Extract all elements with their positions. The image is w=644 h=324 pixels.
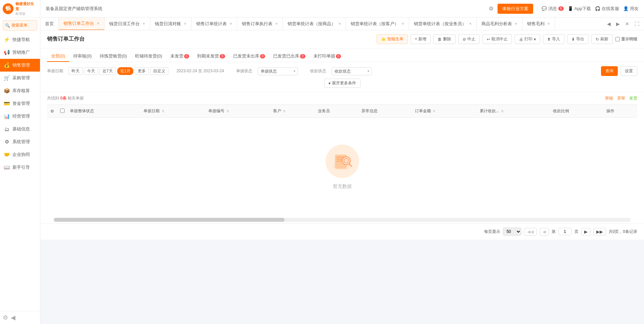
- sidebar-item-basic[interactable]: 🗂 基础信息: [0, 123, 40, 135]
- date-7days-btn[interactable]: 近7天: [99, 67, 116, 75]
- sub-tab-pending-inspect[interactable]: 待拣货验货(0): [96, 51, 131, 62]
- import-btn[interactable]: ⬆ 导入: [543, 34, 564, 44]
- sub-tab-shipped-out[interactable]: 已发货已出库0: [269, 51, 309, 62]
- sidebar-item-operations[interactable]: 📊 经营管理: [0, 110, 40, 123]
- pagination-first-btn[interactable]: ◀◀: [524, 228, 537, 236]
- tab-gross-profit[interactable]: 商品毛利分析表 ✕: [477, 17, 522, 30]
- date-yesterday-btn[interactable]: 昨天: [69, 67, 83, 75]
- sidebar-item-quick-nav[interactable]: ⚡ 快捷导航: [0, 33, 40, 46]
- industry-btn[interactable]: 体验行业方案: [498, 4, 533, 14]
- print-btn[interactable]: 🖨 打印 ▾: [515, 34, 540, 44]
- tab-cash-daily[interactable]: 钱货日清工作台 ✕: [104, 17, 150, 30]
- tab-scroll-right[interactable]: ▶: [614, 20, 622, 28]
- payment-select[interactable]: 收款状态: [332, 67, 372, 75]
- settings-gear-icon[interactable]: ⚙: [489, 5, 493, 12]
- cancel-stop-btn[interactable]: ↩ 取消中止: [482, 34, 512, 44]
- sidebar-item-purchase[interactable]: 🛒 采购管理: [0, 72, 40, 84]
- page-number-input[interactable]: [558, 228, 572, 235]
- tab-sales-single-product[interactable]: 销货单统计表（按商品） ✕: [283, 17, 346, 30]
- sidebar-item-marketing[interactable]: 📢 营销推广: [0, 46, 40, 59]
- stop-btn[interactable]: ⊘ 中止: [458, 34, 480, 44]
- sub-tab-not-shipped[interactable]: 未发货0: [166, 51, 194, 62]
- ship-action-btn[interactable]: 发货: [629, 95, 637, 101]
- col-gear-icon[interactable]: ⚙: [50, 109, 54, 114]
- tab-close-single-staff[interactable]: ✕: [469, 22, 472, 26]
- date-today-btn[interactable]: 今天: [84, 67, 98, 75]
- sidebar-item-system[interactable]: ⚙ 系统管理: [0, 135, 40, 148]
- app-title: 装备及固定资产辅助管理系统: [46, 6, 485, 12]
- pagination-prev-btn[interactable]: ◀: [540, 228, 549, 236]
- expand-filter-btn[interactable]: ▾ 展开更多条件: [324, 79, 360, 88]
- col-collected[interactable]: 累计收款... ⇅: [477, 105, 550, 118]
- app-download-btn[interactable]: 📱 App下载: [568, 6, 591, 12]
- sub-tab-expired-not-shipped[interactable]: 到期未发货0: [193, 51, 229, 62]
- message-btn[interactable]: 💬 消息 6: [542, 6, 564, 12]
- pagination: 每页显示 50 20 100 ◀◀ ◀ 第 页 ▶ ▶▶ 共0页，0条记录: [40, 223, 644, 240]
- page-size-select[interactable]: 50 20 100: [503, 228, 521, 236]
- tab-sales-gross[interactable]: 销售毛利 ✕: [522, 17, 555, 30]
- smart-create-btn[interactable]: ⭐ 智能生单: [377, 34, 408, 44]
- cancel-review-action-btn[interactable]: 弃审: [617, 95, 625, 101]
- export-btn[interactable]: ⬇ 导出: [567, 34, 589, 44]
- tab-sales-exec[interactable]: 销售订单执行表 ✕: [237, 17, 283, 30]
- horizontal-scrollbar[interactable]: [54, 218, 631, 222]
- sub-tabs: 全部(0) 待审核(0) 待拣货验货(0) 旺铺待发货(0) 未发货0 到期未发…: [40, 48, 644, 62]
- sub-tab-shipped-not-out[interactable]: 已发货未出库0: [229, 51, 269, 62]
- scrollbar-thumb[interactable]: [54, 218, 285, 222]
- query-btn[interactable]: 查询: [601, 66, 618, 76]
- collapse-icon[interactable]: ◀: [11, 314, 15, 321]
- col-customer[interactable]: 客户 ⇅: [270, 105, 315, 118]
- tab-sales-single-customer[interactable]: 销货单统计表（按客户） ✕: [346, 17, 409, 30]
- tab-sales-single-staff[interactable]: 销货单统计表（按业务员） ✕: [409, 17, 477, 30]
- tab-close-all[interactable]: ✕: [623, 20, 631, 28]
- tab-close-single-product[interactable]: ✕: [338, 22, 341, 26]
- date-1month-btn[interactable]: 近1月: [117, 67, 134, 75]
- tab-close-cash-daily[interactable]: ✕: [142, 22, 145, 26]
- tab-close-sales-workbench[interactable]: ✕: [97, 22, 99, 25]
- search-menu-button[interactable]: 🔍 搜索菜单: [3, 20, 37, 31]
- guide-icon: 📖: [4, 164, 10, 170]
- sub-tab-not-printed[interactable]: 未打印单据0: [309, 51, 345, 62]
- tab-home[interactable]: 首页: [40, 17, 59, 30]
- show-detail-checkbox[interactable]: [615, 37, 620, 41]
- table-area: 共找到 0条 相关单据 审核 弃审 发货 ⚙: [40, 92, 644, 216]
- col-amount[interactable]: 订单金额 ⇅: [412, 105, 477, 118]
- sidebar-item-inventory[interactable]: 📦 库存核算: [0, 84, 40, 97]
- sidebar-item-sales[interactable]: 💰 销售管理: [0, 59, 40, 72]
- show-detail-checkbox-wrap[interactable]: 显示明细: [615, 36, 637, 42]
- date-more-btn[interactable]: 更多: [135, 67, 149, 75]
- sub-tab-all[interactable]: 全部(0): [47, 51, 69, 62]
- sidebar-item-enterprise[interactable]: 🤝 企业协同: [0, 148, 40, 161]
- review-action-btn[interactable]: 审核: [605, 95, 613, 101]
- tab-close-single-customer[interactable]: ✕: [401, 22, 404, 26]
- sidebar-item-guide[interactable]: 📖 新手引导: [0, 161, 40, 174]
- tab-close-cash-reconcile[interactable]: ✕: [184, 22, 186, 26]
- tab-close-sales-exec[interactable]: ✕: [275, 22, 278, 26]
- pagination-last-btn[interactable]: ▶▶: [593, 228, 606, 236]
- tab-close-sales-gross[interactable]: ✕: [547, 22, 550, 26]
- col-number[interactable]: 单据编号 ⇅: [206, 105, 270, 118]
- col-date[interactable]: 单据日期 ⇅: [141, 105, 206, 118]
- refresh-btn[interactable]: ↻ 刷新: [591, 34, 613, 44]
- tab-maximize[interactable]: ⛶: [633, 20, 641, 28]
- sub-tab-pending-review[interactable]: 待审核(0): [69, 51, 96, 62]
- sidebar-item-finance[interactable]: 💳 资金管理: [0, 97, 40, 110]
- tab-sales-stats[interactable]: 销售订单统计表 ✕: [191, 17, 237, 30]
- filter-settings-btn[interactable]: 设置: [620, 66, 637, 76]
- user-btn[interactable]: 👤 用友: [623, 6, 639, 12]
- pagination-next-btn[interactable]: ▶: [581, 228, 591, 236]
- status-select[interactable]: 单据状态: [258, 67, 298, 75]
- delete-btn[interactable]: 🗑 删除: [433, 34, 456, 44]
- settings-bottom-icon[interactable]: ⚙: [3, 314, 8, 321]
- date-custom-btn[interactable]: 自定义: [150, 67, 168, 75]
- add-btn[interactable]: + 新增: [411, 34, 431, 44]
- online-service-btn[interactable]: 🎧 在线客服: [595, 6, 619, 12]
- tab-close-gross-profit[interactable]: ✕: [515, 22, 517, 26]
- date-range-display: 2023-02-24 至 2023-03-24: [176, 68, 224, 74]
- tab-cash-reconcile[interactable]: 钱货日清对账 ✕: [150, 17, 191, 30]
- tab-close-sales-stats[interactable]: ✕: [229, 22, 232, 26]
- select-all-checkbox[interactable]: [60, 109, 65, 113]
- tab-sales-workbench[interactable]: 销售订单工作台 ✕: [59, 17, 104, 30]
- tab-scroll-left[interactable]: ◀: [605, 20, 613, 28]
- sub-tab-wangpu[interactable]: 旺铺待发货(0): [131, 51, 166, 62]
